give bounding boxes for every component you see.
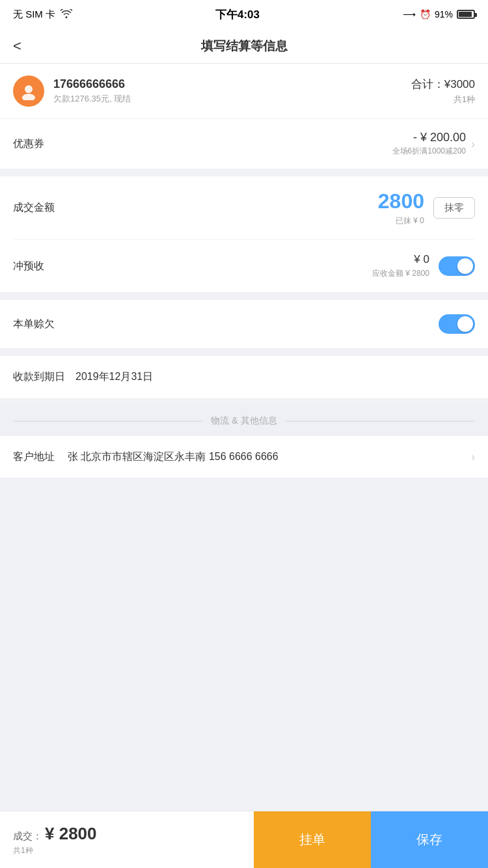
bottom-count: 共1种 [13,845,241,856]
customer-left: 17666666666 欠款1276.35元, 现结 [13,75,131,107]
svg-point-0 [25,85,33,93]
offset-receivable: 应收金额 ¥ 2800 [372,268,429,279]
avatar [13,75,44,107]
offset-row: 冲预收 ¥ 0 应收金额 ¥ 2800 [13,240,475,292]
coupon-detail: - ¥ 200.00 全场6折满1000减200 [392,131,466,157]
carrier-text: 无 SIM 卡 [13,8,55,21]
debt-section: 本单赊欠 [0,300,488,348]
transaction-amount-col: 2800 已抹 ¥ 0 [378,189,424,226]
coupon-amount: - ¥ 200.00 [392,131,466,144]
pending-button[interactable]: 挂单 [254,811,371,869]
bottom-tx-amount: ¥ 2800 [45,824,97,844]
bottom-bar: 成交： ¥ 2800 共1种 挂单 保存 [0,811,488,868]
divider-label: 物流 & 其他信息 [211,415,277,427]
transaction-label: 成交金额 [13,201,55,215]
debt-row: 本单赊欠 [0,300,488,348]
offset-right: ¥ 0 应收金额 ¥ 2800 [372,253,475,279]
coupon-label: 优惠券 [13,137,44,151]
coupon-row[interactable]: 优惠券 - ¥ 200.00 全场6折满1000减200 › [0,118,488,169]
due-date-section: 收款到期日 2019年12月31日 [0,356,488,398]
back-button[interactable]: < [13,38,21,55]
logistics-divider: 物流 & 其他信息 [0,406,488,436]
transaction-right: 2800 已抹 ¥ 0 抹零 [378,189,475,226]
customer-info: 17666666666 欠款1276.35元, 现结 [53,77,131,105]
offset-amounts: ¥ 0 应收金额 ¥ 2800 [372,253,429,279]
content: 17666666666 欠款1276.35元, 现结 合计：¥3000 共1种 … [0,64,488,681]
location-icon: ⟶ [403,9,416,20]
divider-line-left [13,421,203,422]
transaction-section: 成交金额 2800 已抹 ¥ 0 抹零 冲预收 ¥ 0 应收金额 ¥ 2800 [0,176,488,292]
alarm-icon: ⏰ [420,9,431,20]
address-section: 客户地址 张 北京市市辖区海淀区永丰南 156 6666 6666 › [0,436,488,478]
customer-debt: 欠款1276.35元, 现结 [53,93,131,105]
transaction-sub: 已抹 ¥ 0 [378,215,424,226]
address-value: 张 北京市市辖区海淀区永丰南 156 6666 6666 [68,449,465,465]
due-date-label: 收款到期日 [13,370,65,384]
debt-label: 本单赊欠 [13,318,55,331]
debt-toggle[interactable] [439,314,475,334]
customer-total: 合计：¥3000 [411,77,475,92]
offset-zero: ¥ 0 [372,253,429,266]
svg-point-1 [22,94,35,100]
address-row[interactable]: 客户地址 张 北京市市辖区海淀区永丰南 156 6666 6666 › [0,436,488,478]
battery-icon [457,10,475,19]
coupon-chevron-icon: › [471,137,475,151]
due-date-row: 收款到期日 2019年12月31日 [0,356,488,398]
spacer [0,485,488,616]
address-chevron-icon: › [471,450,475,464]
wifi-icon [61,9,72,20]
transaction-amount: 2800 [378,189,424,213]
offset-label: 冲预收 [13,260,44,273]
offset-toggle[interactable] [439,256,475,276]
status-bar: 无 SIM 卡 下午4:03 ⟶ ⏰ 91% [0,0,488,29]
customer-section: 17666666666 欠款1276.35元, 现结 合计：¥3000 共1种 … [0,64,488,169]
bottom-summary: 成交： ¥ 2800 共1种 [0,824,254,856]
customer-row: 17666666666 欠款1276.35元, 现结 合计：¥3000 共1种 [0,64,488,118]
battery-percent: 91% [435,9,453,20]
coupon-right: - ¥ 200.00 全场6折满1000减200 › [392,131,475,157]
coupon-desc: 全场6折满1000减200 [392,146,466,157]
address-label: 客户地址 [13,450,55,464]
customer-count: 共1种 [411,94,475,105]
customer-phone: 17666666666 [53,77,131,91]
page-title: 填写结算等信息 [201,38,288,55]
customer-right: 合计：¥3000 共1种 [411,77,475,105]
status-right: ⟶ ⏰ 91% [403,9,475,20]
status-left: 无 SIM 卡 [13,8,72,21]
nav-bar: < 填写结算等信息 [0,29,488,64]
transaction-row: 成交金额 2800 已抹 ¥ 0 抹零 [13,176,475,240]
bottom-tx-label: 成交： [13,830,42,843]
due-date-value: 2019年12月31日 [75,370,153,384]
save-button[interactable]: 保存 [371,811,488,869]
zero-button[interactable]: 抹零 [433,197,475,219]
divider-line-right [285,421,475,422]
status-time: 下午4:03 [215,7,260,22]
